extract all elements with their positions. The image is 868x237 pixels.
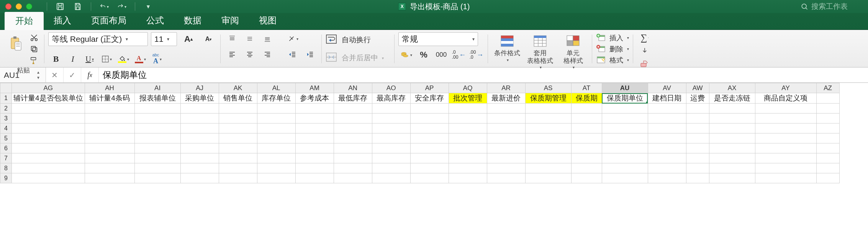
col-header-AH[interactable]: AH — [85, 83, 134, 93]
cell-AM9[interactable] — [295, 173, 334, 183]
cell-AN6[interactable] — [334, 143, 372, 153]
cell-AR7[interactable] — [487, 153, 525, 163]
cell-AG9[interactable] — [12, 173, 85, 183]
cell-AK1[interactable]: 销售单位 — [219, 93, 257, 104]
cell-AT3[interactable] — [571, 114, 602, 123]
cell-AN4[interactable] — [334, 123, 372, 133]
cell-AK3[interactable] — [219, 114, 257, 123]
cell-AS6[interactable] — [525, 143, 571, 153]
cell-AK7[interactable] — [219, 153, 257, 163]
cell-AL2[interactable] — [257, 104, 295, 114]
phonetic-guide-button[interactable]: abcA▾ — [149, 53, 165, 66]
format-cells-button[interactable]: 格式▾ — [596, 54, 629, 66]
underline-button[interactable]: U▾ — [82, 53, 97, 66]
cell-AX8[interactable] — [709, 163, 755, 173]
search-sheet[interactable] — [801, 2, 868, 11]
col-header-AG[interactable]: AG — [12, 83, 85, 93]
cell-AQ9[interactable] — [449, 173, 487, 183]
cell-AM5[interactable] — [295, 133, 334, 143]
cell-AL6[interactable] — [257, 143, 295, 153]
confirm-edit-button[interactable]: ✓ — [64, 67, 81, 82]
cell-AU1[interactable]: 保质期单位 — [602, 93, 648, 104]
cell-AM7[interactable] — [295, 153, 334, 163]
cell-AH1[interactable]: 辅计量4条码 — [85, 93, 134, 104]
cell-AH4[interactable] — [85, 123, 134, 133]
cell-AV4[interactable] — [648, 123, 686, 133]
cell-AY7[interactable] — [755, 153, 816, 163]
autosave-icon[interactable] — [56, 2, 65, 11]
cell-AS8[interactable] — [525, 163, 571, 173]
cell-AW5[interactable] — [686, 133, 709, 143]
cell-AV7[interactable] — [648, 153, 686, 163]
paste-button[interactable] — [6, 32, 25, 54]
tab-page-layout[interactable]: 页面布局 — [81, 12, 136, 30]
cell-AI1[interactable]: 报表辅单位 — [134, 93, 180, 104]
cell-AO7[interactable] — [372, 153, 410, 163]
cell-AN1[interactable]: 最低库存 — [334, 93, 372, 104]
cell-AL8[interactable] — [257, 163, 295, 173]
increase-decimal-button[interactable]: .0.00← — [451, 48, 467, 61]
cell-AZ3[interactable] — [816, 114, 839, 123]
row-header-5[interactable]: 5 — [0, 133, 12, 143]
font-size-combo[interactable]: 11▾ — [151, 32, 177, 46]
cell-AZ6[interactable] — [816, 143, 839, 153]
row-header-1[interactable]: 1 — [0, 93, 12, 104]
cell-AY6[interactable] — [755, 143, 816, 153]
currency-button[interactable]: ▾ — [398, 48, 414, 61]
cell-AH9[interactable] — [85, 173, 134, 183]
cell-AV8[interactable] — [648, 163, 686, 173]
cell-AJ8[interactable] — [180, 163, 219, 173]
cell-AS1[interactable]: 保质期管理 — [525, 93, 571, 104]
col-header-AJ[interactable]: AJ — [180, 83, 219, 93]
fill-color-button[interactable]: ▾ — [116, 53, 131, 66]
cell-AH2[interactable] — [85, 104, 134, 114]
cell-AY5[interactable] — [755, 133, 816, 143]
format-painter-button[interactable] — [28, 55, 41, 66]
cell-AW2[interactable] — [686, 104, 709, 114]
cell-AY3[interactable] — [755, 114, 816, 123]
increase-indent-button[interactable] — [303, 48, 318, 61]
cell-AQ6[interactable] — [449, 143, 487, 153]
cell-AV3[interactable] — [648, 114, 686, 123]
wrap-text-button[interactable]: 自动换行 — [326, 32, 391, 48]
cell-AY9[interactable] — [755, 173, 816, 183]
cell-AW8[interactable] — [686, 163, 709, 173]
cell-AI3[interactable] — [134, 114, 180, 123]
tab-review[interactable]: 审阅 — [211, 12, 249, 30]
cell-AR1[interactable]: 最新进价 — [487, 93, 525, 104]
decrease-indent-button[interactable] — [285, 48, 300, 61]
cell-AL5[interactable] — [257, 133, 295, 143]
cell-AP3[interactable] — [410, 114, 449, 123]
cell-AV1[interactable]: 建档日期 — [648, 93, 686, 104]
col-header-AM[interactable]: AM — [295, 83, 334, 93]
cell-AS5[interactable] — [525, 133, 571, 143]
cell-AM3[interactable] — [295, 114, 334, 123]
align-center-button[interactable] — [242, 48, 257, 61]
cell-AM2[interactable] — [295, 104, 334, 114]
cell-AM1[interactable]: 参考成本 — [295, 93, 334, 104]
cell-AQ2[interactable] — [449, 104, 487, 114]
col-header-AT[interactable]: AT — [571, 83, 602, 93]
cell-AG3[interactable] — [12, 114, 85, 123]
minimize-window[interactable] — [16, 3, 22, 10]
tab-data[interactable]: 数据 — [174, 12, 211, 30]
cell-AW1[interactable]: 运费 — [686, 93, 709, 104]
cell-AI5[interactable] — [134, 133, 180, 143]
cell-AZ8[interactable] — [816, 163, 839, 173]
cell-AL4[interactable] — [257, 123, 295, 133]
cell-AI4[interactable] — [134, 123, 180, 133]
decrease-decimal-button[interactable]: .00.0→ — [469, 48, 484, 61]
save-icon[interactable] — [73, 2, 82, 11]
cell-AL9[interactable] — [257, 173, 295, 183]
cell-AQ4[interactable] — [449, 123, 487, 133]
cell-AR2[interactable] — [487, 104, 525, 114]
cell-AT7[interactable] — [571, 153, 602, 163]
cell-AG6[interactable] — [12, 143, 85, 153]
cell-AS2[interactable] — [525, 104, 571, 114]
cell-AZ4[interactable] — [816, 123, 839, 133]
row-header-8[interactable]: 8 — [0, 163, 12, 173]
cell-AS4[interactable] — [525, 123, 571, 133]
cell-AJ1[interactable]: 采购单位 — [180, 93, 219, 104]
col-header-AU[interactable]: AU — [602, 83, 648, 93]
col-header-AX[interactable]: AX — [709, 83, 755, 93]
